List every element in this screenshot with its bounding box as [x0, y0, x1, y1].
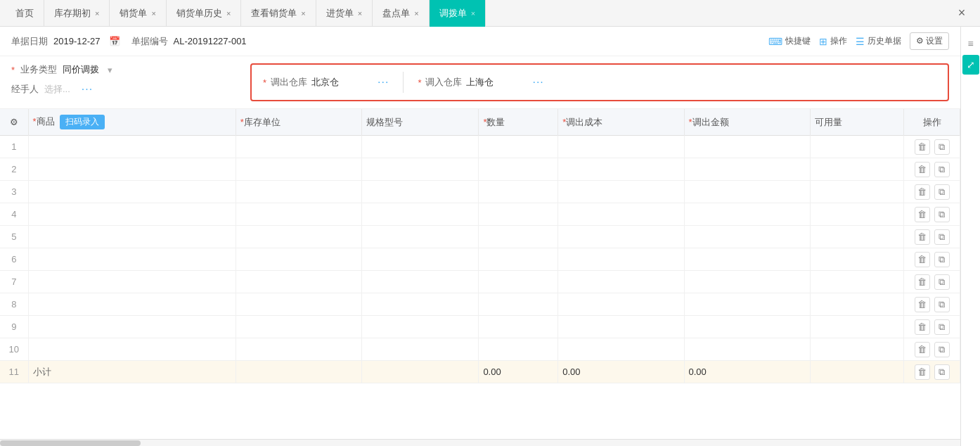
delete-btn-2[interactable]: 🗑 [915, 162, 930, 177]
cell-amount-3[interactable] [684, 181, 810, 203]
tab-purchase[interactable]: 进货单 × [316, 0, 373, 27]
delete-btn-10[interactable]: 🗑 [915, 342, 930, 357]
cell-amount-2[interactable] [684, 158, 810, 181]
cell-spec-2[interactable] [361, 158, 478, 181]
cell-qty-6[interactable] [479, 248, 558, 271]
cell-available-8[interactable] [810, 293, 903, 316]
copy-btn-4[interactable]: ⧉ [934, 207, 950, 222]
history-action[interactable]: ☰ 历史单据 [856, 35, 901, 47]
tab-close-purchase[interactable]: × [358, 9, 362, 18]
copy-btn-9[interactable]: ⧉ [934, 319, 950, 335]
cell-qty-9[interactable] [479, 316, 558, 338]
cell-unit-3[interactable] [236, 181, 361, 203]
cell-cost-5[interactable] [558, 226, 684, 248]
cell-qty-3[interactable] [479, 181, 558, 203]
copy-btn-10[interactable]: ⧉ [934, 342, 950, 357]
cell-product-10[interactable] [28, 338, 236, 361]
cell-product-4[interactable] [28, 203, 236, 226]
cell-available-1[interactable] [810, 136, 903, 158]
tab-home[interactable]: 首页 [6, 0, 44, 27]
side-expand-btn[interactable]: ⤢ [962, 55, 979, 75]
copy-btn-5[interactable]: ⧉ [934, 229, 950, 245]
cell-spec-1[interactable] [361, 136, 478, 158]
cell-amount-10[interactable] [684, 338, 810, 361]
copy-btn-6[interactable]: ⧉ [934, 252, 950, 267]
delete-btn-8[interactable]: 🗑 [915, 297, 930, 312]
cell-spec-4[interactable] [361, 203, 478, 226]
delete-btn-11[interactable]: 🗑 [915, 364, 930, 380]
copy-btn-7[interactable]: ⧉ [934, 274, 950, 290]
cell-product-6[interactable] [28, 248, 236, 271]
delete-btn-9[interactable]: 🗑 [915, 319, 930, 335]
cell-qty-8[interactable] [479, 293, 558, 316]
tab-view-sales[interactable]: 查看销货单 × [241, 0, 316, 27]
delete-btn-7[interactable]: 🗑 [915, 274, 930, 290]
delete-btn-4[interactable]: 🗑 [915, 207, 930, 222]
cell-available-6[interactable] [810, 248, 903, 271]
cell-cost-3[interactable] [558, 181, 684, 203]
cell-cost-1[interactable] [558, 136, 684, 158]
cell-amount-9[interactable] [684, 316, 810, 338]
delete-btn-1[interactable]: 🗑 [915, 139, 930, 155]
cell-product-7[interactable] [28, 271, 236, 293]
cell-spec-10[interactable] [361, 338, 478, 361]
tab-close-stocktake[interactable]: × [414, 9, 418, 18]
handler-more-btn[interactable]: ··· [82, 83, 93, 96]
side-list-btn[interactable]: ≡ [962, 34, 979, 53]
cell-spec-8[interactable] [361, 293, 478, 316]
cell-qty-1[interactable] [479, 136, 558, 158]
operation-action[interactable]: ⊞ 操作 [819, 35, 847, 47]
delete-btn-3[interactable]: 🗑 [915, 184, 930, 200]
copy-btn-3[interactable]: ⧉ [934, 184, 950, 200]
cell-spec-5[interactable] [361, 226, 478, 248]
cell-product-2[interactable] [28, 158, 236, 181]
cell-qty-7[interactable] [479, 271, 558, 293]
cell-qty-5[interactable] [479, 226, 558, 248]
tab-close-transfer[interactable]: × [471, 9, 475, 18]
cell-cost-2[interactable] [558, 158, 684, 181]
cell-unit-8[interactable] [236, 293, 361, 316]
cell-amount-4[interactable] [684, 203, 810, 226]
delete-btn-5[interactable]: 🗑 [915, 229, 930, 245]
copy-btn-1[interactable]: ⧉ [934, 139, 950, 155]
in-warehouse-value[interactable]: 上海仓 [466, 76, 522, 89]
cell-product-1[interactable] [28, 136, 236, 158]
cell-spec-6[interactable] [361, 248, 478, 271]
cell-available-3[interactable] [810, 181, 903, 203]
cell-available-2[interactable] [810, 158, 903, 181]
cell-cost-10[interactable] [558, 338, 684, 361]
window-close-button[interactable]: × [949, 1, 974, 26]
cell-amount-1[interactable] [684, 136, 810, 158]
out-warehouse-value[interactable]: 北京仓 [311, 76, 368, 89]
biz-type-value[interactable]: 同价调拨 [63, 63, 99, 76]
cell-unit-10[interactable] [236, 338, 361, 361]
cell-cost-8[interactable] [558, 293, 684, 316]
tab-close-sales-history[interactable]: × [226, 9, 231, 18]
cell-available-7[interactable] [810, 271, 903, 293]
cell-amount-5[interactable] [684, 226, 810, 248]
biz-type-dropdown-icon[interactable]: ▾ [108, 65, 112, 75]
cell-qty-4[interactable] [479, 203, 558, 226]
cell-cost-4[interactable] [558, 203, 684, 226]
tab-close-sales[interactable]: × [151, 9, 155, 18]
cell-spec-7[interactable] [361, 271, 478, 293]
tab-stocktake[interactable]: 盘点单 × [373, 0, 429, 27]
calendar-icon[interactable]: 📅 [109, 36, 120, 46]
cell-amount-6[interactable] [684, 248, 810, 271]
delete-btn-6[interactable]: 🗑 [915, 252, 930, 267]
tab-sales[interactable]: 销货单 × [110, 0, 166, 27]
cell-available-10[interactable] [810, 338, 903, 361]
cell-available-5[interactable] [810, 226, 903, 248]
cell-unit-1[interactable] [236, 136, 361, 158]
shortcut-action[interactable]: ⌨ 快捷键 [768, 35, 811, 47]
cell-product-8[interactable] [28, 293, 236, 316]
out-warehouse-more-btn[interactable]: ··· [378, 76, 389, 89]
scroll-thumb[interactable] [0, 440, 141, 446]
col-gear[interactable]: ⚙ [0, 109, 28, 136]
cell-available-4[interactable] [810, 203, 903, 226]
cell-available-9[interactable] [810, 316, 903, 338]
copy-btn-2[interactable]: ⧉ [934, 162, 950, 177]
scan-button[interactable]: 扫码录入 [60, 115, 105, 129]
cell-amount-7[interactable] [684, 271, 810, 293]
handler-placeholder[interactable]: 选择... [44, 83, 70, 96]
